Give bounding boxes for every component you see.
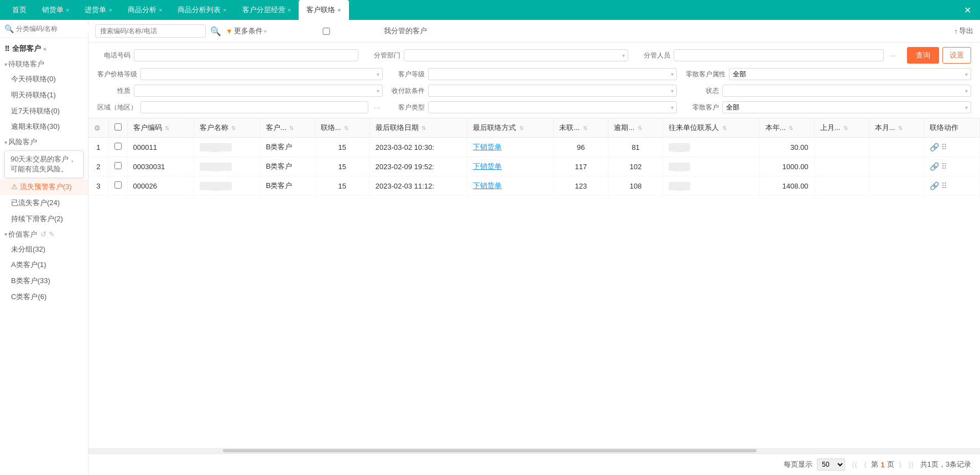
sidebar-item-churn-pred[interactable]: ⚠ 流失预警客户(3) (0, 179, 88, 195)
tab-customer-segment-label: 客户分层经营 (242, 0, 285, 20)
next-page-btn[interactable]: ⟩ (896, 461, 904, 469)
tab-goods-analysis[interactable]: 商品分析 × (120, 0, 170, 20)
last-method-link[interactable]: 下销货单 (473, 181, 502, 190)
total-pages-label: 页 (887, 460, 894, 469)
th-last-date[interactable]: 最后联络日期 ⇅ (369, 118, 467, 138)
sidebar-all-customers[interactable]: ⠿ 全部客户 « (0, 40, 88, 57)
horizontal-scrollbar[interactable] (88, 448, 980, 453)
sidebar-item-classC[interactable]: C类客户(6) (0, 289, 88, 305)
cell-last-method: 下销货单 (467, 138, 554, 157)
gear-icon[interactable]: ⚙ (94, 124, 101, 132)
tab-sales[interactable]: 销货单 × (34, 0, 77, 20)
last-page-btn[interactable]: ⟩⟩ (906, 461, 916, 469)
action-link-icon[interactable]: 🔗 (930, 181, 939, 190)
scroll-thumb[interactable] (223, 449, 757, 452)
th-name[interactable]: 客户名称 ⇅ (194, 118, 260, 138)
sidebar-item-declining[interactable]: 持续下滑客户(2) (0, 211, 88, 227)
sidebar-item-churned[interactable]: 已流失客户(24) (0, 195, 88, 211)
action-link-icon[interactable]: 🔗 (930, 162, 939, 171)
scatter-cust-label: 零散客户 (686, 103, 719, 112)
payment-select[interactable] (428, 85, 677, 97)
sidebar-item-ungrouped[interactable]: 未分组(32) (0, 242, 88, 258)
sidebar-item-tomorrow[interactable]: 明天待联络(1) (0, 87, 88, 103)
search-button[interactable]: 🔍 (210, 26, 221, 36)
scatter-cust-select[interactable]: 全部 (722, 101, 971, 113)
cust-type-select[interactable] (428, 101, 677, 113)
sidebar-group-pending[interactable]: ▾ 待联络客户 (0, 57, 88, 71)
tab-goods-analysis-close[interactable]: × (159, 0, 162, 20)
sidebar-item-classB[interactable]: B类客户(33) (0, 273, 88, 289)
code-sort-icon: ⇅ (165, 125, 169, 131)
settings-button[interactable]: 设置 (942, 47, 971, 64)
th-last-month[interactable]: 上月... ⇅ (814, 118, 869, 138)
value-refresh-icon[interactable]: ↺ (40, 230, 46, 238)
th-code[interactable]: 客户编码 ⇅ (127, 118, 194, 138)
th-this-year[interactable]: 本年... ⇅ (759, 118, 814, 138)
th-last-method[interactable]: 最后联络方式 ⇅ (467, 118, 554, 138)
query-button[interactable]: 查询 (907, 47, 939, 64)
last-method-link[interactable]: 下销货单 (473, 162, 502, 170)
value-arrow-icon: ▾ (4, 231, 7, 237)
tab-customer-segment-close[interactable]: × (288, 0, 291, 20)
action-more-icon[interactable]: ⠿ (941, 162, 947, 171)
my-customers-filter[interactable]: 我分管的客户 (271, 26, 427, 36)
dept-select[interactable] (404, 49, 628, 61)
th-contacts[interactable]: 联络... ⇅ (315, 118, 369, 138)
region-dots-btn[interactable]: ··· (372, 103, 383, 112)
th-type[interactable]: 客户... ⇅ (260, 118, 315, 138)
cell-type: B类客户 (260, 176, 315, 196)
tab-customer-segment[interactable]: 客户分层经营 × (234, 0, 299, 20)
cell-type: B类客户 (260, 157, 315, 176)
tab-purchase[interactable]: 进货单 × (77, 0, 119, 20)
my-customers-checkbox[interactable] (271, 28, 382, 35)
region-input[interactable] (140, 101, 368, 113)
not-linked-sort-icon: ⇅ (583, 125, 587, 131)
value-edit-icon[interactable]: ✎ (49, 230, 55, 238)
tab-goods-analysis-list-close[interactable]: × (223, 0, 226, 20)
export-button[interactable]: ↑ 导出 (955, 26, 974, 36)
tab-customer-link-close[interactable]: × (337, 0, 341, 20)
phone-label: 电话号码 (97, 51, 131, 60)
sidebar-item-week[interactable]: 近7天待联络(0) (0, 103, 88, 119)
row-checkbox-2[interactable] (114, 181, 122, 189)
sidebar-group-value[interactable]: ▾ 价值客户 ↺ ✎ (0, 227, 88, 242)
prev-page-btn[interactable]: ⟨ (862, 461, 869, 469)
tab-goods-analysis-list[interactable]: 商品分析列表 × (170, 0, 234, 20)
scatter-attr-select[interactable]: 全部 (729, 68, 971, 80)
action-more-icon[interactable]: ⠿ (941, 143, 947, 152)
scatter-attr-wrap: 全部 ▾ (729, 68, 971, 80)
price-level-select[interactable] (140, 68, 383, 80)
this-year-sort-icon: ⇅ (789, 125, 793, 131)
nature-select[interactable] (134, 85, 383, 97)
tab-purchase-close[interactable]: × (108, 0, 112, 20)
action-link-icon[interactable]: 🔗 (930, 143, 939, 152)
last-method-link[interactable]: 下销货单 (473, 143, 502, 151)
th-unit-contact[interactable]: 往来单位联系人 ⇅ (663, 118, 759, 138)
row-checkbox-1[interactable] (114, 162, 122, 169)
close-all-btn[interactable]: ✕ (960, 5, 976, 15)
row-checkbox-0[interactable] (114, 143, 122, 150)
per-page-select[interactable]: 50 100 (817, 458, 845, 471)
th-this-month[interactable]: 本月... ⇅ (869, 118, 924, 138)
search-input[interactable] (95, 24, 206, 38)
person-input[interactable] (674, 49, 884, 61)
person-dots-btn[interactable]: ··· (887, 51, 898, 60)
sidebar-item-overdue[interactable]: 逾期未联络(30) (0, 119, 88, 135)
status-select[interactable] (722, 85, 971, 97)
select-all-checkbox[interactable] (114, 123, 122, 131)
sidebar-search-input[interactable] (16, 25, 99, 33)
first-page-btn[interactable]: ⟨⟨ (849, 461, 859, 469)
tab-customer-link[interactable]: 客户联络 × (299, 0, 348, 20)
sidebar-group-risk[interactable]: ▾ 风险客户 (0, 135, 88, 149)
sidebar-item-classA[interactable]: A类客户(1) (0, 257, 88, 273)
th-overdue[interactable]: 逾期... ⇅ (608, 118, 663, 138)
more-conditions-btn[interactable]: ▼ 更多条件 ▾ (226, 26, 267, 36)
tab-sales-close[interactable]: × (66, 0, 69, 20)
cust-level-select[interactable] (428, 68, 677, 80)
cell-index: 3 (88, 176, 108, 196)
action-more-icon[interactable]: ⠿ (941, 181, 947, 190)
phone-input[interactable] (134, 49, 358, 61)
sidebar-item-today[interactable]: 今天待联络(0) (0, 71, 88, 87)
tab-home[interactable]: 首页 (4, 0, 34, 20)
th-not-linked[interactable]: 未联... ⇅ (554, 118, 608, 138)
